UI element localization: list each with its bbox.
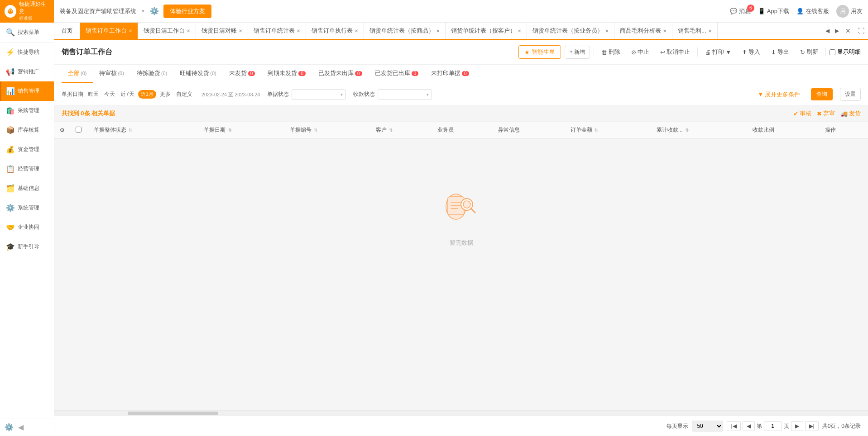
- suspend-button[interactable]: ⊘ 中止: [628, 46, 653, 58]
- date-options: 昨天 今天 近7天 近1月 更多 自定义: [86, 90, 194, 99]
- tab-order-exec[interactable]: 销售订单执行表 ✕: [306, 23, 364, 39]
- print-button[interactable]: 🖨 打印 ▼: [701, 46, 735, 58]
- tab-reconcile[interactable]: 钱货日清对账 ✕: [196, 23, 248, 39]
- sidebar-search[interactable]: 🔍 搜索菜单: [0, 23, 54, 43]
- delete-button[interactable]: 🗑 删除: [598, 46, 624, 58]
- sidebar-item-operations[interactable]: 📋 经营管理: [0, 159, 54, 179]
- tab-reconcile-close[interactable]: ✕: [239, 28, 242, 33]
- scroll-thumb[interactable]: [128, 412, 218, 415]
- date-7days[interactable]: 近7天: [119, 90, 136, 99]
- page-input[interactable]: [764, 421, 782, 431]
- topbar-settings-icon[interactable]: ⚙️: [150, 7, 159, 15]
- tab-sales-by-salesman[interactable]: 销货单统计表（按业务员） ✕: [527, 23, 614, 39]
- sidebar-item-finance[interactable]: 💰 资金管理: [0, 140, 54, 159]
- tab-sales-by-customer[interactable]: 销货单统计表（按客户） ✕: [446, 23, 527, 39]
- export-button[interactable]: ⬇ 导出: [767, 46, 793, 58]
- col-checkbox[interactable]: [70, 122, 88, 139]
- date-today[interactable]: 今天: [102, 90, 117, 99]
- batch-approve-btn[interactable]: ✔ 审核: [793, 109, 811, 118]
- sidebar-item-quicknav[interactable]: ⚡ 快捷导航: [0, 43, 54, 62]
- sort-status-icon[interactable]: ⇅: [129, 128, 132, 133]
- tab-sales-gross-close[interactable]: ✕: [708, 28, 712, 33]
- date-1month[interactable]: 近1月: [138, 90, 156, 99]
- tab-order-exec-close[interactable]: ✕: [355, 28, 358, 33]
- filter-tab-all[interactable]: 全部(0): [62, 65, 93, 83]
- refresh-button[interactable]: ↻ 刷新: [796, 46, 822, 58]
- tab-sales-by-salesman-close[interactable]: ✕: [605, 28, 609, 33]
- dropdown-arrow-icon[interactable]: ▼: [141, 9, 145, 14]
- tab-sales-by-product[interactable]: 销货单统计表（按商品） ✕: [364, 23, 446, 39]
- filter-tab-overdue[interactable]: 到期未发货0: [261, 65, 312, 83]
- status-select[interactable]: [292, 89, 346, 100]
- filter-tab-unshipped[interactable]: 未发货0: [223, 65, 262, 83]
- filter-tab-pending-review[interactable]: 待审核(0): [93, 65, 130, 83]
- sidebar-item-inventory[interactable]: 📦 库存核算: [0, 120, 54, 140]
- filter-settings-button[interactable]: 设置: [840, 88, 861, 101]
- tab-daily-clear[interactable]: 钱货日清工作台 ✕: [138, 23, 196, 39]
- filter-tab-shipped-not-out[interactable]: 已发货未出库0: [312, 65, 369, 83]
- sort-number-icon[interactable]: ⇅: [314, 128, 317, 133]
- settings-bottom-icon[interactable]: ⚙️: [5, 423, 14, 431]
- show-detail-checkbox-wrap[interactable]: 显示明细: [830, 48, 861, 56]
- sidebar-item-enterprise[interactable]: 🤝 企业协同: [0, 218, 54, 237]
- sort-amount-icon[interactable]: ⇅: [595, 128, 598, 133]
- sidebar-item-system[interactable]: ⚙️ 系统管理: [0, 198, 54, 218]
- page-prev-btn[interactable]: ◀: [743, 421, 755, 431]
- select-all-checkbox[interactable]: [76, 127, 82, 133]
- date-custom[interactable]: 自定义: [174, 90, 194, 99]
- expand-filters-btn[interactable]: ▼ 展开更多条件: [758, 90, 800, 99]
- date-more[interactable]: 更多: [158, 90, 173, 99]
- tab-next-btn[interactable]: ▶: [832, 23, 842, 39]
- filter-tab-unprinted[interactable]: 未打印单据0: [425, 65, 475, 83]
- show-detail-checkbox[interactable]: [830, 49, 835, 55]
- tab-profit-analysis-close[interactable]: ✕: [663, 28, 667, 33]
- tab-sales-workbench[interactable]: 销售订单工作台 ✕: [80, 23, 138, 39]
- sidebar-item-purchase[interactable]: 🛍️ 采购管理: [0, 101, 54, 120]
- date-yesterday[interactable]: 昨天: [86, 90, 101, 99]
- svg-point-1: [9, 10, 10, 12]
- cancel-suspend-button[interactable]: ↩ 取消中止: [657, 46, 694, 58]
- page-last-btn[interactable]: ▶|: [805, 421, 819, 431]
- trial-button[interactable]: 体验行业方案: [163, 5, 211, 18]
- sort-date-icon[interactable]: ⇅: [228, 128, 232, 133]
- search-button[interactable]: 查询: [811, 88, 833, 100]
- payment-select[interactable]: [378, 89, 432, 100]
- tab-profit-analysis[interactable]: 商品毛利分析表 ✕: [614, 23, 672, 39]
- filter-tab-wangpu[interactable]: 旺铺待发货(0): [173, 65, 222, 83]
- col-settings[interactable]: ⚙: [54, 122, 70, 139]
- import-button[interactable]: ⬆ 导入: [739, 46, 764, 58]
- page-size-select[interactable]: 50 100 200: [692, 421, 723, 431]
- sort-cumulative-icon[interactable]: ⇅: [685, 128, 689, 133]
- collapse-icon[interactable]: ◀: [18, 423, 24, 431]
- tab-sales-by-product-close[interactable]: ✕: [436, 28, 440, 33]
- batch-cancel-btn[interactable]: ✖ 弃审: [817, 109, 835, 118]
- new-button[interactable]: + 新增: [565, 46, 590, 59]
- sort-customer-icon[interactable]: ⇅: [389, 128, 393, 133]
- user-menu[interactable]: 用 用友: [836, 5, 863, 18]
- tab-order-stats[interactable]: 销售订单统计表 ✕: [248, 23, 306, 39]
- horizontal-scrollbar[interactable]: [54, 410, 868, 416]
- tab-sales-by-customer-close[interactable]: ✕: [518, 28, 521, 33]
- page-next-btn[interactable]: ▶: [791, 421, 803, 431]
- expand-icon: ▼: [758, 91, 763, 98]
- tab-daily-clear-close[interactable]: ✕: [187, 28, 190, 33]
- filter-tab-pending-check[interactable]: 待拣验货(0): [130, 65, 173, 83]
- sidebar-item-basic[interactable]: 🗂️ 基础信息: [0, 179, 54, 198]
- online-service-btn[interactable]: 👤 在线客服: [796, 7, 829, 15]
- sidebar-item-marketing[interactable]: 📢 营销推广: [0, 62, 54, 81]
- sidebar-item-sales[interactable]: 📊 销售管理: [0, 81, 54, 101]
- tab-sales-workbench-close[interactable]: ✕: [129, 28, 132, 33]
- message-btn[interactable]: 💬 消息 6: [730, 7, 751, 15]
- tab-prev-btn[interactable]: ◀: [823, 23, 832, 39]
- tab-home[interactable]: 首页: [54, 23, 80, 39]
- page-first-btn[interactable]: |◀: [727, 421, 740, 431]
- filter-tab-shipped-out[interactable]: 已发货已出库0: [369, 65, 425, 83]
- app-download-btn[interactable]: 📱 App下载: [758, 7, 789, 15]
- tab-order-stats-close[interactable]: ✕: [297, 28, 300, 33]
- sidebar-item-newguide[interactable]: 🎓 新手引导: [0, 237, 54, 256]
- tab-sales-gross[interactable]: 销售毛利... ✕: [672, 23, 718, 39]
- smart-create-button[interactable]: ★ 智能生单: [518, 45, 561, 59]
- tab-close-all-btn[interactable]: ✕: [842, 23, 854, 39]
- batch-ship-btn[interactable]: 🚚 发货: [840, 109, 861, 118]
- tab-expand-btn[interactable]: ⛶: [854, 23, 868, 39]
